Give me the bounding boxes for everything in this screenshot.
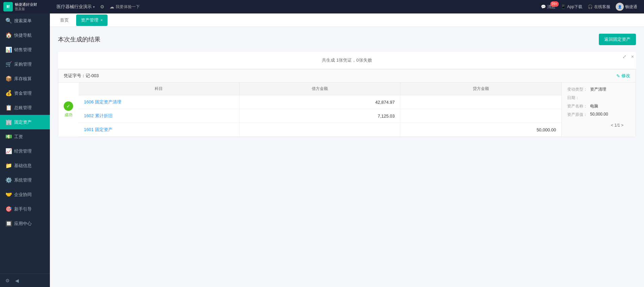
nav-bar: 医疗器械行业演示 ▾ ⚙ ☁ 我要体验一下 [53, 2, 541, 11]
content-area: 首页 资产管理 × 本次生成的结果 返回固定资产 ⤢ × 共生成 1张凭证，0 [50, 13, 644, 287]
asset-name-row: 资产名称： 电脑 [567, 103, 630, 109]
date-row: 日期： [567, 95, 630, 101]
sidebar-item-inventory[interactable]: 📦 库存核算 [0, 71, 50, 86]
tab-home-label: 首页 [60, 17, 69, 23]
messages-button[interactable]: 💬 消息 99+ [541, 4, 555, 10]
purchase-icon: 🛒 [5, 61, 11, 67]
tab-bar: 首页 资产管理 × [50, 13, 644, 27]
header-right: 💬 消息 99+ 📱 App下载 🎧 在线客服 👤 畅捷通 [541, 3, 637, 11]
sidebar-item-funds[interactable]: 💰 资金管理 [0, 86, 50, 100]
sidebar-label-fixed-assets: 固定资产 [14, 119, 32, 125]
pagination[interactable]: < 1/1 > [567, 120, 630, 130]
sidebar-item-guide[interactable]: 🎯 新手引导 [0, 202, 50, 216]
change-type-value: 资产清理 [590, 87, 606, 92]
project-selector[interactable]: 医疗器械行业演示 ▾ [57, 4, 95, 10]
sidebar-label-sales: 销售管理 [14, 47, 32, 53]
debit-cell-0: 42,874.97 [240, 95, 401, 109]
page-header: 本次生成的结果 返回固定资产 [58, 34, 636, 45]
subject-cell-1[interactable]: 1602 累计折旧 [79, 109, 240, 123]
sidebar-item-ledger[interactable]: 📋 总账管理 [0, 100, 50, 115]
sidebar-item-fixed-assets[interactable]: 🏢 固定资产 [0, 115, 50, 129]
sidebar-item-search[interactable]: 🔍 搜索菜单 [0, 13, 50, 28]
user-button[interactable]: 👤 畅捷通 [616, 3, 637, 11]
credit-cell-0 [400, 95, 561, 109]
voucher-section: 凭证字号：记-003 ✎ 修改 ✓ 成功 [58, 69, 636, 137]
app-name: 畅捷通好业财 [15, 2, 37, 7]
online-service-button[interactable]: 🎧 在线客服 [588, 4, 610, 10]
inventory-icon: 📦 [5, 75, 11, 82]
gear-icon[interactable]: ⚙ [97, 2, 107, 11]
credit-cell-1 [400, 109, 561, 123]
voucher-number: 凭证字号：记-003 [64, 73, 99, 79]
sidebar-item-basic-info[interactable]: 📁 基础信息 [0, 158, 50, 173]
original-value-value: 50,000.00 [590, 112, 608, 118]
page-content: 本次生成的结果 返回固定资产 ⤢ × 共生成 1张凭证，0张失败 凭证字号：记-… [50, 27, 644, 287]
search-icon: 🔍 [5, 18, 11, 24]
salary-icon: 💵 [5, 133, 11, 140]
app-download-button[interactable]: 📱 App下载 [561, 4, 582, 10]
original-value-row: 资产原值： 50,000.00 [567, 112, 630, 118]
sidebar: 🔍 搜索菜单 🏠 快捷导航 📊 销售管理 🛒 采购管理 📦 库存核算 💰 资金管… [0, 13, 50, 287]
debit-cell-2 [240, 123, 401, 136]
summary-text: 共生成 1张凭证，0张失败 [322, 58, 372, 63]
logo-area: 财 畅捷通好业财 普及版 [3, 2, 53, 11]
tab-asset-mgmt-label: 资产管理 [81, 17, 98, 23]
sidebar-label-system: 系统管理 [14, 177, 32, 183]
ledger-icon: 📋 [5, 104, 11, 111]
username-label: 畅捷通 [625, 4, 637, 10]
experience-label: 我要体验一下 [116, 4, 140, 10]
cloud-icon: ☁ [110, 4, 114, 9]
message-icon: 💬 [541, 4, 546, 9]
sidebar-item-operations[interactable]: 📈 经营管理 [0, 144, 50, 158]
debit-cell-1: 7,125.03 [240, 109, 401, 123]
experience-button[interactable]: ☁ 我要体验一下 [110, 4, 140, 10]
sidebar-bottom: ⚙ ◀ [0, 274, 50, 287]
expand-icon[interactable]: ⤢ [622, 54, 626, 59]
pagination-text: < 1/1 > [611, 123, 623, 128]
basic-info-icon: 📁 [5, 162, 11, 169]
success-label: 成功 [64, 112, 72, 118]
tab-home[interactable]: 首页 [55, 14, 73, 26]
app-download-label: App下载 [567, 4, 582, 10]
return-button[interactable]: 返回固定资产 [599, 34, 636, 45]
main-layout: 🔍 搜索菜单 🏠 快捷导航 📊 销售管理 🛒 采购管理 📦 库存核算 💰 资金管… [0, 13, 644, 287]
voucher-table: 科目 借方金额 贷方金额 1606 固定资产清理 42,874.97 1602 … [79, 83, 561, 137]
close-icon[interactable]: × [631, 54, 634, 59]
credit-cell-2: 50,000.00 [400, 123, 561, 136]
sidebar-item-purchase[interactable]: 🛒 采购管理 [0, 57, 50, 71]
sidebar-item-enterprise[interactable]: 🤝 企业协同 [0, 187, 50, 202]
collapse-icon[interactable]: ◀ [15, 278, 19, 283]
sidebar-item-sales[interactable]: 📊 销售管理 [0, 42, 50, 57]
fixed-assets-icon: 🏢 [5, 119, 11, 125]
col-subject: 科目 [79, 83, 240, 95]
operations-icon: 📈 [5, 148, 11, 154]
sidebar-label-enterprise: 企业协同 [14, 192, 32, 198]
settings-icon[interactable]: ⚙ [5, 278, 10, 283]
app-center-icon: 🔲 [5, 220, 11, 227]
asset-name-value: 电脑 [590, 103, 598, 109]
success-indicator: ✓ 成功 [58, 83, 79, 137]
top-header: 财 畅捷通好业财 普及版 医疗器械行业演示 ▾ ⚙ ☁ 我要体验一下 💬 消息 … [0, 0, 644, 13]
edit-button[interactable]: ✎ 修改 [616, 73, 630, 79]
asset-name-label: 资产名称： [567, 103, 587, 109]
subject-cell-0[interactable]: 1606 固定资产清理 [79, 95, 240, 109]
sidebar-item-system[interactable]: ⚙️ 系统管理 [0, 173, 50, 187]
success-icon: ✓ [64, 101, 73, 111]
sales-icon: 📊 [5, 46, 11, 53]
edit-label: 修改 [621, 73, 630, 79]
sidebar-label-salary: 工资 [14, 134, 23, 140]
table-row: 1602 累计折旧 7,125.03 [79, 109, 561, 123]
quick-nav-icon: 🏠 [5, 32, 11, 38]
tab-close-icon[interactable]: × [100, 18, 103, 23]
sidebar-item-quick-nav[interactable]: 🏠 快捷导航 [0, 28, 50, 42]
sidebar-item-salary[interactable]: 💵 工资 [0, 129, 50, 144]
table-header: 科目 借方金额 贷方金额 [79, 83, 561, 95]
change-type-row: 变动类型： 资产清理 [567, 87, 630, 92]
result-panel: ⤢ × 共生成 1张凭证，0张失败 凭证字号：记-003 ✎ 修改 [58, 52, 636, 137]
download-icon: 📱 [561, 4, 566, 9]
subject-cell-2[interactable]: 1601 固定资产 [79, 123, 240, 136]
page-title: 本次生成的结果 [58, 35, 100, 43]
tab-asset-mgmt[interactable]: 资产管理 × [76, 14, 108, 26]
sidebar-item-app-center[interactable]: 🔲 应用中心 [0, 216, 50, 231]
table-row: 1606 固定资产清理 42,874.97 [79, 95, 561, 109]
